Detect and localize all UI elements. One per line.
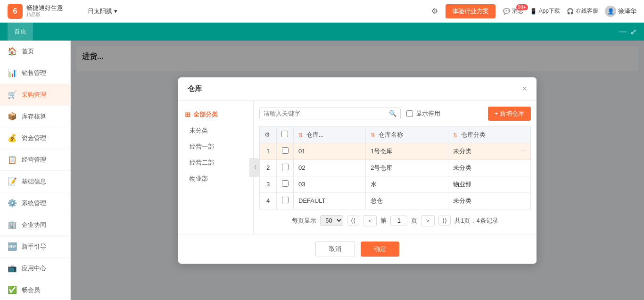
- cat-item-ops2[interactable]: 经营二部: [178, 155, 253, 171]
- modal-header: 仓库 ×: [178, 77, 537, 101]
- th-code[interactable]: ⇅ 仓库...: [294, 126, 366, 143]
- membership-icon: ✅: [8, 285, 17, 294]
- layout: 🏠 首页 📊 销售管理 🛒 采购管理 📦 库存核算 💰 资金管理 📋 经营管理 …: [0, 41, 644, 300]
- sidebar-item-enterprise[interactable]: 🏢 企业协同: [0, 214, 70, 236]
- cat-item-uncategorized[interactable]: 未分类: [178, 123, 253, 139]
- second-nav-right: — ⤢: [619, 27, 636, 36]
- purchase-icon: 🛒: [8, 90, 17, 99]
- minimize-btn[interactable]: —: [619, 27, 627, 36]
- last-page-btn[interactable]: ⟩⟩: [438, 216, 451, 225]
- sort-icon-code: ⇅: [298, 132, 303, 138]
- table-row[interactable]: 4 DEFAULT 总仓 未分类: [260, 192, 531, 209]
- search-input[interactable]: [264, 110, 389, 117]
- search-box: 🔍: [259, 108, 401, 119]
- cat-item-ops1[interactable]: 经营一部: [178, 139, 253, 155]
- sidebar-item-purchase[interactable]: 🛒 采购管理: [0, 84, 70, 106]
- row-category: 物业部: [448, 176, 531, 192]
- logo-sub: 精品版: [26, 11, 63, 18]
- sidebar-item-finance[interactable]: 💰 资金管理: [0, 127, 70, 149]
- main-content: 进货... 仓库 × ⊞ 全部分类: [71, 41, 644, 300]
- row-checkbox[interactable]: [282, 180, 289, 187]
- confirm-btn[interactable]: 确定: [361, 242, 399, 257]
- all-categories[interactable]: ⊞ 全部分类: [178, 107, 253, 123]
- modal-title: 仓库: [188, 84, 202, 93]
- sidebar-item-app-center[interactable]: 📺 应用中心: [0, 258, 70, 279]
- user-item[interactable]: 👤 徐泽华: [605, 6, 636, 17]
- row-category: 未分类···: [448, 143, 531, 159]
- system-icon: ⚙️: [8, 199, 17, 208]
- row-checkbox[interactable]: [282, 197, 289, 203]
- row-category: 未分类: [448, 192, 531, 209]
- table-row[interactable]: 1 01 1号仓库 未分类···: [260, 143, 531, 159]
- top-header: 6 畅捷通好生意 精品版 日太阳膜 ▾ ⚙ 体验行业方案 💬 消息 99+ 📱 …: [0, 0, 644, 23]
- row-checkbox[interactable]: [282, 147, 289, 154]
- sidebar-item-home[interactable]: 🏠 首页: [0, 41, 70, 62]
- app-center-icon: 📺: [8, 264, 17, 273]
- sidebar-item-inventory[interactable]: 📦 库存核算: [0, 106, 70, 127]
- experience-btn[interactable]: 体验行业方案: [446, 4, 495, 18]
- warehouse-table: ⚙ ⇅ 仓库...: [259, 126, 531, 209]
- search-icon[interactable]: 🔍: [389, 110, 396, 117]
- modal-overlay: 仓库 × ⊞ 全部分类 未分类 经营一: [71, 41, 644, 300]
- row-checkbox[interactable]: [282, 164, 289, 170]
- cat-collapse-btn[interactable]: 《: [249, 158, 259, 177]
- modal-footer: 取消 确定: [178, 234, 537, 264]
- prev-page-btn[interactable]: ＜: [363, 215, 377, 226]
- next-page-btn[interactable]: ＞: [421, 215, 435, 226]
- sidebar: 🏠 首页 📊 销售管理 🛒 采购管理 📦 库存核算 💰 资金管理 📋 经营管理 …: [0, 41, 71, 300]
- second-nav-home[interactable]: 首页: [8, 23, 33, 41]
- avatar: 👤: [605, 6, 616, 17]
- th-name[interactable]: ⇅ 仓库名称: [366, 126, 448, 143]
- page-label: 第: [380, 217, 387, 225]
- total-label: 共1页，4条记录: [454, 217, 498, 225]
- page-input[interactable]: [390, 216, 407, 225]
- table-area: 🔍 显示停用 + 新增仓库: [254, 101, 537, 234]
- first-page-btn[interactable]: ⟨⟨: [347, 216, 359, 225]
- inventory-icon: 📦: [8, 112, 17, 121]
- messages-badge: 99+: [516, 4, 528, 10]
- select-all-checkbox[interactable]: [281, 131, 288, 137]
- modal-close-btn[interactable]: ×: [522, 84, 527, 94]
- sales-icon: 📊: [8, 68, 17, 77]
- sidebar-item-membership[interactable]: ✅ 畅会员: [0, 279, 70, 300]
- table-row[interactable]: 3 03 水 物业部: [260, 176, 531, 192]
- app-download-item[interactable]: 📱 App下载: [530, 7, 560, 15]
- show-disabled-checkbox[interactable]: [406, 110, 413, 117]
- row-name: 水: [366, 176, 448, 192]
- messages-item[interactable]: 💬 消息 99+: [503, 7, 523, 15]
- row-index: 2: [260, 159, 277, 176]
- message-icon: 💬: [503, 8, 510, 15]
- home-icon: 🏠: [8, 47, 17, 56]
- gear-icon[interactable]: ⚙: [431, 7, 438, 16]
- cancel-btn[interactable]: 取消: [315, 241, 355, 257]
- sidebar-item-guide[interactable]: 🆕 新手引导: [0, 236, 70, 258]
- warehouse-modal: 仓库 × ⊞ 全部分类 未分类 经营一: [178, 77, 537, 264]
- th-category[interactable]: ⇅ 仓库分类: [448, 126, 531, 143]
- table-body: 1 01 1号仓库 未分类··· 2 02 2号仓库 未分类 3 03 水 物业…: [260, 143, 531, 209]
- company-name: 日太阳膜: [88, 7, 112, 16]
- enterprise-icon: 🏢: [8, 220, 17, 229]
- sidebar-item-sales[interactable]: 📊 销售管理: [0, 62, 70, 84]
- per-page-select[interactable]: 50: [320, 215, 343, 226]
- th-settings: ⚙: [260, 126, 277, 143]
- th-checkbox: [277, 126, 294, 143]
- row-index: 4: [260, 192, 277, 209]
- phone-icon: 📱: [530, 8, 537, 15]
- cat-item-property[interactable]: 物业部: [178, 171, 253, 187]
- row-index: 3: [260, 176, 277, 192]
- show-disabled-label: 显示停用: [406, 109, 440, 118]
- maximize-btn[interactable]: ⤢: [630, 27, 636, 36]
- table-row[interactable]: 2 02 2号仓库 未分类: [260, 159, 531, 176]
- sidebar-item-operations[interactable]: 📋 经营管理: [0, 149, 70, 171]
- add-warehouse-btn[interactable]: + 新增仓库: [488, 107, 531, 121]
- row-actions-icon[interactable]: ···: [521, 147, 526, 154]
- row-code: 02: [294, 159, 366, 176]
- online-service-item[interactable]: 🎧 在线客服: [567, 7, 598, 15]
- header-actions: ⚙ 体验行业方案 💬 消息 99+ 📱 App下载 🎧 在线客服 👤 徐泽华: [431, 4, 636, 18]
- header-icon-group: 💬 消息 99+ 📱 App下载 🎧 在线客服 👤 徐泽华: [503, 6, 636, 17]
- modal-body: ⊞ 全部分类 未分类 经营一部 经营二部 物业部: [178, 101, 537, 234]
- company-selector[interactable]: 日太阳膜 ▾: [88, 7, 117, 16]
- sidebar-item-basic-info[interactable]: 📝 基础信息: [0, 171, 70, 192]
- row-name: 总仓: [366, 192, 448, 209]
- sidebar-item-system[interactable]: ⚙️ 系统管理: [0, 192, 70, 214]
